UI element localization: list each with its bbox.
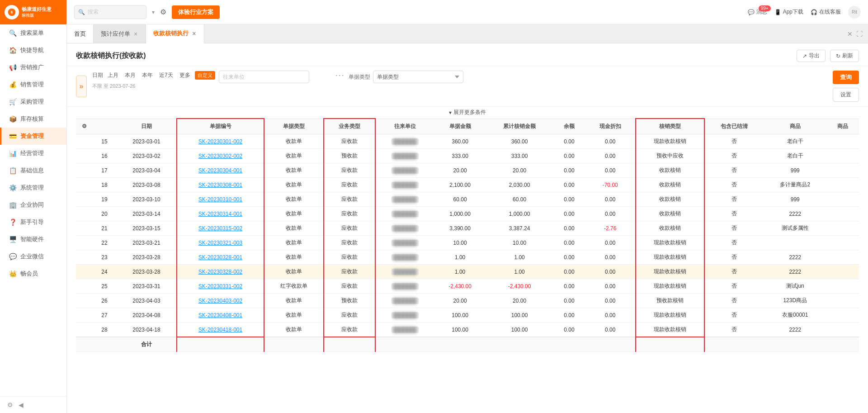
col-product1[interactable]: 商品 — [764, 119, 827, 134]
cell-balance: 0.00 — [553, 207, 585, 221]
type-select[interactable]: 单据类型 — [373, 71, 463, 83]
sidebar-item-guide[interactable]: ❓新手引导 — [0, 214, 66, 231]
refresh-button[interactable]: ↻ 刷新 — [830, 50, 859, 62]
cell-docno[interactable]: SK-20230328-002 — [177, 265, 264, 279]
cell-docno[interactable]: SK-20230315-002 — [177, 221, 264, 236]
sidebar-item-system[interactable]: ⚙️系统管理 — [0, 179, 66, 196]
settings-bottom-icon[interactable]: ⚙ — [7, 401, 13, 408]
col-docno[interactable]: 单据编号 — [177, 119, 264, 134]
cell-docno[interactable]: SK-20230304-001 — [177, 163, 264, 178]
tab-collection[interactable]: 收款核销执行 × — [146, 24, 204, 43]
tabs-expand-icon[interactable]: ⛶ — [856, 30, 863, 38]
doc-link[interactable]: SK-20230301-002 — [198, 138, 242, 145]
col-settings[interactable]: ⚙ — [76, 119, 92, 134]
expand-more-button[interactable]: ▾ 展开更多条件 — [449, 109, 486, 116]
cell-docno[interactable]: SK-20230301-002 — [177, 134, 264, 149]
cell-docno[interactable]: SK-20230328-001 — [177, 250, 264, 265]
col-writeofftype[interactable]: 核销类型 — [636, 119, 704, 134]
messages-button[interactable]: 💬 消息 99+ — [748, 8, 767, 16]
cell-docno[interactable]: SK-20230321-003 — [177, 236, 264, 250]
tab-prepay[interactable]: 预计应付单 × — [94, 24, 146, 43]
custom-date-button[interactable]: 自定义 — [195, 71, 215, 80]
sidebar-item-search[interactable]: 🔍搜索菜单 — [0, 24, 66, 42]
cell-docno[interactable]: SK-20230302-002 — [177, 149, 264, 163]
cell-docno[interactable]: SK-20230403-002 — [177, 294, 264, 308]
sidebar-item-marketing[interactable]: 📢营销推广 — [0, 59, 66, 76]
topbar-gear-icon[interactable]: ⚙ — [160, 8, 166, 16]
collapse-icon[interactable]: ◀ — [19, 401, 24, 408]
doc-link[interactable]: SK-20230418-001 — [198, 327, 242, 333]
sidebar-item-wechat[interactable]: 💬企业微信 — [0, 248, 66, 265]
col-doctype[interactable]: 单据类型 — [264, 119, 324, 134]
col-date[interactable]: 日期 — [117, 119, 177, 134]
col-biztype[interactable]: 业务类型 — [324, 119, 375, 134]
doc-link[interactable]: SK-20230408-001 — [198, 312, 242, 318]
avatar[interactable]: Rit — [848, 6, 861, 19]
doc-link[interactable]: SK-20230302-002 — [198, 153, 242, 159]
sidebar-item-quick-nav[interactable]: 🏠快捷导航 — [0, 42, 66, 59]
sidebar-item-base[interactable]: 📋基础信息 — [0, 162, 66, 179]
doc-link[interactable]: SK-20230403-002 — [198, 298, 242, 304]
cell-docno[interactable]: SK-20230408-001 — [177, 308, 264, 323]
date-this-year[interactable]: 本年 — [140, 71, 155, 80]
col-product2[interactable]: 商品 — [827, 119, 859, 134]
topbar-chevron-icon[interactable]: ▾ — [152, 9, 155, 15]
logo-sub: 标推版 — [22, 13, 52, 19]
partner-input[interactable]: 往来单位 — [219, 71, 309, 83]
date-prev-month[interactable]: 上月 — [106, 71, 120, 80]
cell-writeofftype: 收款核销 — [636, 221, 704, 236]
sidebar-item-hardware[interactable]: 🖥️智能硬件 — [0, 231, 66, 248]
sidebar-item-finance[interactable]: 💳资金管理 — [0, 128, 66, 145]
sidebar-item-sales[interactable]: 💰销售管理 — [0, 76, 66, 93]
cell-cumwriteoff: 360.00 — [486, 134, 553, 149]
sidebar-item-corp[interactable]: 🏢企业协同 — [0, 196, 66, 214]
col-balance[interactable]: 余额 — [553, 119, 585, 134]
col-amount[interactable]: 单据金额 — [434, 119, 486, 134]
col-inclsettled[interactable]: 包含已结清 — [704, 119, 764, 134]
app-download-button[interactable]: 📱 App下载 — [774, 8, 803, 16]
export-button[interactable]: ↗ 导出 — [797, 50, 826, 62]
cell-docno[interactable]: SK-20230308-001 — [177, 178, 264, 192]
doc-link[interactable]: SK-20230331-002 — [198, 283, 242, 290]
sidebar-item-member[interactable]: 👑畅会员 — [0, 265, 66, 282]
cell-writeofftype: 预收款核销 — [636, 294, 704, 308]
sidebar-item-inventory[interactable]: 📦库存核算 — [0, 110, 66, 128]
cell-docno[interactable]: SK-20230418-001 — [177, 323, 264, 337]
solution-button[interactable]: 体验行业方案 — [172, 5, 220, 19]
date-7days[interactable]: 近7天 — [157, 71, 175, 80]
cell-settings — [76, 236, 92, 250]
cell-balance: 0.00 — [553, 308, 585, 323]
topbar-search-box[interactable]: 🔍 搜索 — [74, 5, 146, 19]
cell-docno[interactable]: SK-20230310-001 — [177, 192, 264, 207]
sidebar-label-quick-nav: 快捷导航 — [20, 46, 44, 54]
col-cumwriteoff[interactable]: 累计核销金额 — [486, 119, 553, 134]
table-footer: 合计 — [76, 337, 859, 352]
date-more[interactable]: 更多 — [178, 71, 192, 80]
doc-link[interactable]: SK-20230314-001 — [198, 211, 242, 217]
doc-link[interactable]: SK-20230321-003 — [198, 240, 242, 246]
query-button[interactable]: 查询 — [833, 71, 859, 84]
filter-expand-button[interactable]: » — [76, 76, 87, 97]
tab-collection-close[interactable]: × — [191, 29, 197, 38]
cell-docno[interactable]: SK-20230314-001 — [177, 207, 264, 221]
col-cashdiscount[interactable]: 现金折扣 — [585, 119, 635, 134]
doc-link[interactable]: SK-20230304-001 — [198, 167, 242, 174]
doc-link[interactable]: SK-20230328-002 — [198, 269, 242, 275]
filter-setting-button[interactable]: 设置 — [833, 88, 859, 102]
cell-docno[interactable]: SK-20230331-002 — [177, 279, 264, 294]
cell-cumwriteoff: 1,000.00 — [486, 207, 553, 221]
tab-prepay-close[interactable]: × — [133, 29, 138, 38]
doc-link[interactable]: SK-20230315-002 — [198, 225, 242, 232]
tabs-close-icon[interactable]: ✕ — [847, 30, 853, 38]
main-table: ⚙ 日期 单据编号 单据类型 业务类型 往来单位 单据金额 累计核销金额 余额 … — [76, 118, 859, 352]
date-this-month[interactable]: 本月 — [123, 71, 137, 80]
support-button[interactable]: 🎧 在线客服 — [811, 8, 841, 16]
sidebar-item-purchase[interactable]: 🛒采购管理 — [0, 93, 66, 110]
sidebar-item-ops[interactable]: 📊经营管理 — [0, 145, 66, 162]
doc-link[interactable]: SK-20230308-001 — [198, 182, 242, 188]
cell-cumwriteoff: 3,387.24 — [486, 221, 553, 236]
col-partner[interactable]: 往来单位 — [375, 119, 434, 134]
doc-link[interactable]: SK-20230310-001 — [198, 196, 242, 203]
tab-home[interactable]: 首页 — [67, 24, 94, 43]
doc-link[interactable]: SK-20230328-001 — [198, 254, 242, 261]
